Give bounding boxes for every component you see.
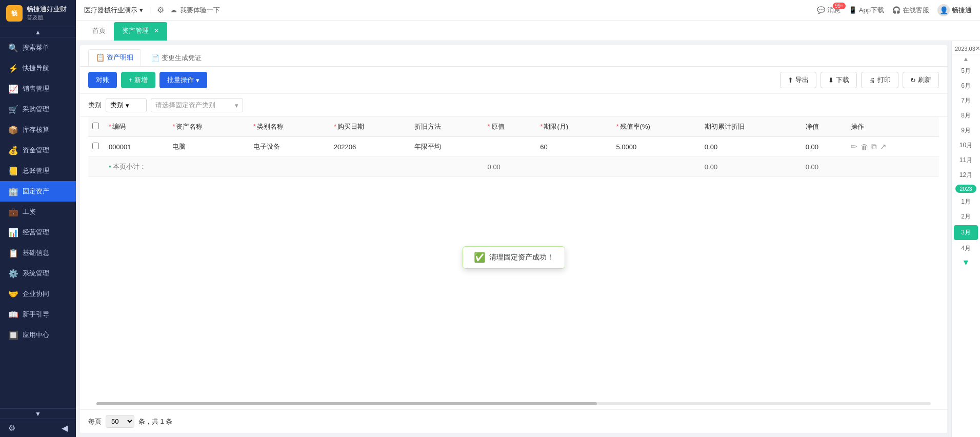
- print-icon: 🖨: [869, 76, 875, 84]
- service-btn[interactable]: 🎧 在线客服: [892, 6, 929, 15]
- sidebar-item-finance[interactable]: 💰 资金管理: [0, 140, 76, 161]
- tab-asset-mgmt[interactable]: 资产管理 ✕: [114, 22, 167, 41]
- month-2[interactable]: 2月: [952, 209, 980, 224]
- col-depreciation-method: 折旧方法: [410, 117, 483, 137]
- col-purchase-date: *购买日期: [330, 117, 410, 137]
- close-panel-icon[interactable]: ✕: [975, 45, 980, 52]
- batch-dropdown-icon: ▾: [196, 76, 199, 84]
- sidebar-scroll-down[interactable]: ▼: [35, 410, 41, 418]
- per-page-label: 每页: [88, 417, 102, 426]
- experience-btn[interactable]: ☁ 我要体验一下: [170, 6, 220, 15]
- sidebar-item-ledger[interactable]: 📒 总账管理: [0, 161, 76, 181]
- sidebar-item-fixed-assets[interactable]: 🏢 固定资产: [0, 181, 76, 202]
- month-3-current[interactable]: 3月: [954, 225, 978, 240]
- sub-tab-asset-list[interactable]: 📋 资产明细: [88, 49, 141, 66]
- user-menu[interactable]: 👤 畅捷通: [937, 4, 972, 16]
- company-selector[interactable]: 医疗器械行业演示 ▾: [84, 6, 143, 15]
- month-10[interactable]: 10月: [952, 138, 980, 153]
- change-voucher-icon: 📄: [151, 54, 159, 62]
- message-btn[interactable]: 💬 消息 99+: [817, 6, 841, 15]
- sidebar-bottom: ⚙ ◀: [0, 419, 76, 437]
- year-2023-badge[interactable]: 2023: [955, 185, 976, 193]
- topbar-right: 💬 消息 99+ 📱 App下载 🎧 在线客服 👤 畅捷通: [817, 4, 972, 16]
- tab-home[interactable]: 首页: [84, 22, 114, 41]
- reconcile-button[interactable]: 对账: [88, 72, 117, 88]
- category-type-select[interactable]: 类别 ▾: [106, 98, 147, 112]
- month-11[interactable]: 11月: [952, 153, 980, 168]
- sidebar-item-enterprise[interactable]: 🤝 企业协同: [0, 284, 76, 304]
- batch-button[interactable]: 批量操作 ▾: [159, 72, 207, 88]
- more-icon[interactable]: ↗: [880, 142, 887, 151]
- per-page-select[interactable]: 50 100 200: [106, 415, 134, 428]
- col-actions: 操作: [847, 117, 939, 137]
- main-content: 医疗器械行业演示 ▾ | ⚙ ☁ 我要体验一下 💬 消息 99+ 📱 App下载…: [76, 0, 980, 437]
- select-all-checkbox[interactable]: [92, 123, 99, 129]
- app-download-btn[interactable]: 📱 App下载: [849, 6, 884, 15]
- sidebar-item-sales[interactable]: 📈 销售管理: [0, 78, 76, 99]
- month-6[interactable]: 6月: [952, 78, 980, 93]
- right-panel-header: 2023.03 ✕ ⤢: [952, 43, 980, 54]
- cell-residual-rate: 5.0000: [612, 137, 700, 157]
- print-button[interactable]: 🖨 打印: [861, 72, 898, 88]
- page-body: 📋 资产明细 📄 变更生成凭证 对账 + 新增 批量操作 ▾: [80, 45, 947, 433]
- edit-icon[interactable]: ✏: [851, 142, 857, 151]
- sidebar-item-inventory[interactable]: 📦 库存核算: [0, 120, 76, 140]
- export-button[interactable]: ⬆ 导出: [780, 72, 816, 88]
- cell-period: 60: [536, 137, 612, 157]
- sidebar-item-app-center[interactable]: 🔲 应用中心: [0, 325, 76, 345]
- collapse-icon[interactable]: ◀: [62, 423, 68, 433]
- toast-success-icon: ✅: [474, 252, 485, 263]
- sidebar-item-quick-nav[interactable]: ⚡ 快捷导航: [0, 58, 76, 78]
- month-12[interactable]: 12月: [952, 168, 980, 183]
- cell-depreciation-method: 年限平均: [410, 137, 483, 157]
- sidebar-item-operations[interactable]: 📊 经营管理: [0, 222, 76, 243]
- new-button[interactable]: + 新增: [121, 72, 155, 88]
- refresh-button[interactable]: ↻ 刷新: [903, 72, 939, 88]
- sidebar-item-basic-info[interactable]: 📋 基础信息: [0, 243, 76, 263]
- month-7[interactable]: 7月: [952, 93, 980, 108]
- row-checkbox[interactable]: [92, 143, 99, 149]
- toolbar-right: ⬆ 导出 ⬇ 下载 🖨 打印 ↻ 刷新: [780, 72, 939, 88]
- month-9[interactable]: 9月: [952, 123, 980, 138]
- sidebar-item-purchase[interactable]: 🛒 采购管理: [0, 99, 76, 120]
- settings-gear-icon[interactable]: ⚙: [157, 5, 164, 15]
- pagination: 每页 50 100 200 条，共 1 条: [80, 409, 947, 433]
- sidebar-item-system[interactable]: ⚙️ 系统管理: [0, 263, 76, 284]
- headset-icon: 🎧: [892, 6, 901, 14]
- settings-icon[interactable]: ⚙: [8, 423, 15, 433]
- sidebar-item-guide[interactable]: 📖 新手引导: [0, 304, 76, 325]
- search-icon: 🔍: [8, 43, 18, 53]
- sidebar-scroll-up[interactable]: ▲: [35, 29, 41, 36]
- horizontal-scrollbar[interactable]: [96, 402, 931, 405]
- right-panel-scroll-up[interactable]: ▲: [963, 54, 969, 64]
- avatar: 👤: [937, 4, 950, 16]
- ledger-icon: 📒: [8, 166, 18, 176]
- sub-tab-change-voucher[interactable]: 📄 变更生成凭证: [143, 50, 209, 66]
- tab-close-icon[interactable]: ✕: [154, 27, 159, 34]
- cell-actions: ✏ 🗑 ⧉ ↗: [847, 137, 939, 157]
- col-code: *编码: [105, 117, 168, 137]
- col-net-value: 净值: [802, 117, 847, 137]
- phone-icon: 📱: [849, 6, 857, 14]
- sidebar: 畅 畅捷通好业财 普及版 ▲ 🔍 搜索菜单 ⚡ 快捷导航 📈 销售管理 🛒 采购…: [0, 0, 76, 437]
- col-initial-accumulated: 期初累计折旧: [701, 117, 802, 137]
- sidebar-logo: 畅 畅捷通好业财 普及版: [0, 0, 76, 27]
- month-8[interactable]: 8月: [952, 108, 980, 123]
- sidebar-item-payroll[interactable]: 💼 工资: [0, 202, 76, 222]
- copy-icon[interactable]: ⧉: [871, 142, 877, 151]
- cell-purchase-date: 202206: [330, 137, 410, 157]
- cell-original-value: [484, 137, 536, 157]
- sidebar-item-search[interactable]: 🔍 搜索菜单: [0, 37, 76, 58]
- sales-icon: 📈: [8, 84, 18, 94]
- scrollbar-thumb[interactable]: [96, 402, 597, 405]
- right-panel-bottom-icon[interactable]: ▼: [960, 256, 972, 269]
- cell-initial-accumulated: 0.00: [701, 137, 802, 157]
- topbar-separator: |: [149, 6, 151, 14]
- category-value-select[interactable]: 请选择固定资产类别 ▾: [151, 98, 243, 112]
- month-1[interactable]: 1月: [952, 194, 980, 209]
- month-4[interactable]: 4月: [952, 241, 980, 256]
- delete-icon[interactable]: 🗑: [861, 143, 868, 151]
- category-type-dropdown-icon: ▾: [126, 102, 129, 109]
- month-5[interactable]: 5月: [952, 64, 980, 78]
- download-button[interactable]: ⬇ 下载: [821, 72, 857, 88]
